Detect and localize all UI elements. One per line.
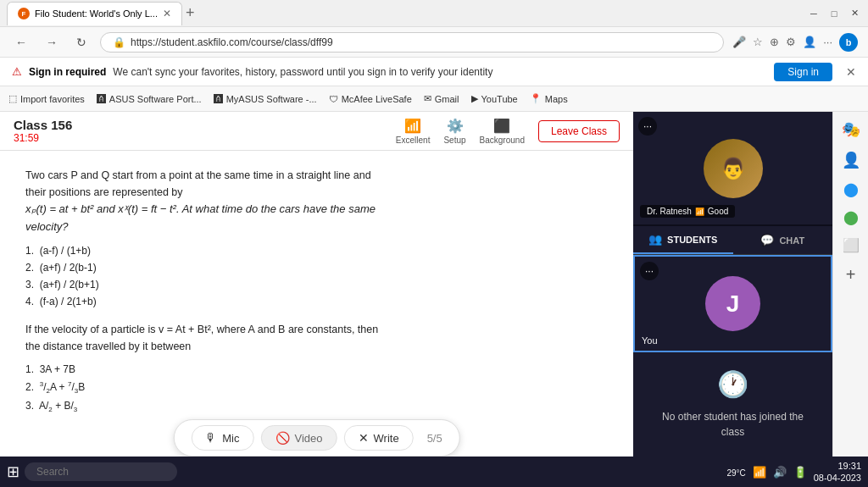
favorites-bar: ⬚ Import favorites 🅰 ASUS Software Port.… — [0, 86, 868, 112]
side-icon-1[interactable]: 🎭 — [842, 120, 860, 139]
side-icon-4[interactable]: ⬤ — [843, 209, 859, 225]
option1-3: 3. (a+f) / 2(b+1) — [25, 279, 379, 291]
chat-icon: 💬 — [760, 234, 774, 246]
write-icon: ✕ — [359, 431, 369, 445]
temp-label: 29°C — [726, 468, 745, 478]
back-button[interactable]: ← — [10, 34, 32, 51]
panel-tabs: 👥 STUDENTS 💬 CHAT — [633, 226, 832, 255]
taskbar-weather: 29°C — [726, 466, 745, 479]
add-icon[interactable]: + — [846, 265, 856, 285]
gmail-icon: ✉ — [424, 93, 431, 104]
fav-asus-label: ASUS Software Port... — [109, 94, 202, 104]
forward-button[interactable]: → — [41, 34, 63, 51]
edge-icon: b — [839, 33, 858, 52]
option1-1: 1. (a-f) / (1+b) — [25, 245, 379, 257]
taskbar-time: 19:31 08-04-2023 — [814, 460, 861, 484]
app-container: Class 156 31:59 📶 Excellent ⚙️ Setup ⬛ B… — [0, 112, 868, 457]
video-button[interactable]: 🚫 Video — [261, 425, 337, 451]
signin-required-label: Sign in required — [29, 66, 106, 78]
side-icon-5[interactable]: ⬜ — [843, 237, 860, 253]
time-display: 19:31 — [814, 460, 861, 472]
write-button[interactable]: ✕ Write — [344, 425, 414, 451]
fav-import[interactable]: ⬚ Import favorites — [8, 93, 85, 104]
url-text: https://student.askfilo.com/course/class… — [131, 36, 333, 48]
students-icon: 👥 — [648, 233, 662, 246]
student-avatar: J — [705, 276, 760, 331]
fav-maps[interactable]: 📍 Maps — [530, 93, 568, 104]
excellent-button[interactable]: 📶 Excellent — [396, 118, 431, 145]
fav-maps-label: Maps — [545, 94, 568, 104]
more-icon[interactable]: ··· — [823, 36, 832, 48]
restore-button[interactable]: □ — [827, 7, 841, 20]
students-tab-label: STUDENTS — [667, 235, 717, 245]
options2-list: 1. 3A + 7B 2. 3/2A + 7/3B 3. A/2 + B/3 4… — [25, 363, 379, 414]
taskbar-volume[interactable]: 🔊 — [773, 466, 787, 479]
leave-class-button[interactable]: Leave Class — [538, 120, 620, 142]
address-bar-icons: 🎤 ☆ ⊕ ⚙ 👤 ··· b — [732, 33, 858, 52]
active-tab[interactable]: F Filo Student: World's Only L... ✕ — [7, 2, 182, 25]
mic-label: Mic — [222, 432, 239, 445]
class-timer: 31:59 — [14, 132, 396, 144]
favorites-icon[interactable]: ☆ — [753, 36, 763, 48]
tab-bar: F Filo Student: World's Only L... ✕ + — [7, 2, 800, 25]
fav-import-label: Import favorites — [20, 94, 85, 104]
tab-favicon: F — [18, 8, 30, 19]
date-display: 08-04-2023 — [814, 472, 861, 484]
close-button[interactable]: ✕ — [848, 7, 861, 20]
fav-myasus[interactable]: 🅰 MyASUS Software -... — [214, 94, 317, 104]
url-bar[interactable]: 🔒 https://student.askfilo.com/course/cla… — [100, 32, 724, 53]
lock-icon: 🔒 — [113, 36, 125, 48]
taskbar-battery[interactable]: 🔋 — [793, 466, 807, 479]
header-actions: 📶 Excellent ⚙️ Setup ⬛ Background Leave … — [396, 118, 620, 145]
settings-icon[interactable]: ⚙ — [786, 36, 796, 48]
address-bar: ← → ↻ 🔒 https://student.askfilo.com/cour… — [0, 27, 868, 58]
teacher-avatar: 👨 — [704, 139, 763, 198]
side-icon-3[interactable]: ⬤ — [843, 181, 859, 197]
student-video: ··· J You — [633, 255, 832, 352]
page-indicator: 5/5 — [427, 432, 442, 445]
content-wrapper: Class 156 31:59 📶 Excellent ⚙️ Setup ⬛ B… — [0, 112, 633, 457]
tab-close-button[interactable]: ✕ — [163, 8, 171, 19]
signin-button[interactable]: Sign in — [774, 63, 832, 81]
start-button[interactable]: ⊞ — [7, 462, 19, 481]
equation-text: xₚ(t) = at + bt² and xᵡ(t) = ft − t². At… — [25, 202, 376, 233]
excellent-label: Excellent — [396, 136, 431, 145]
mic-icon: 🎙 — [205, 431, 217, 445]
fav-asus[interactable]: 🅰 ASUS Software Port... — [97, 94, 202, 104]
chat-tab-label: CHAT — [779, 235, 804, 246]
you-label: You — [642, 335, 658, 346]
math-content: Two cars P and Q start from a point at t… — [0, 154, 404, 414]
fav-youtube-label: YouTube — [481, 94, 518, 104]
student-more-button[interactable]: ··· — [640, 262, 659, 280]
minimize-button[interactable]: ─ — [807, 7, 821, 20]
voice-search-icon[interactable]: 🎤 — [732, 36, 746, 48]
taskbar-wifi[interactable]: 📶 — [753, 466, 766, 479]
no-student-text: No other student has joined the class — [650, 409, 815, 440]
taskbar: ⊞ 29°C 📶 🔊 🔋 19:31 08-04-2023 — [0, 457, 868, 487]
fav-youtube[interactable]: ▶ YouTube — [471, 93, 518, 104]
tab-chat[interactable]: 💬 CHAT — [733, 226, 833, 254]
fav-mcafee[interactable]: 🛡 McAfee LiveSafe — [329, 94, 412, 104]
import-icon: ⬚ — [8, 93, 17, 104]
youtube-icon: ▶ — [471, 93, 478, 104]
background-icon: ⬛ — [493, 118, 510, 134]
background-label: Background — [480, 136, 525, 145]
side-icon-2[interactable]: 👤 — [842, 151, 860, 169]
taskbar-search-input[interactable] — [25, 462, 177, 481]
asus-icon: 🅰 — [97, 94, 106, 104]
option1-2: 2. (a+f) / 2(b-1) — [25, 262, 379, 274]
profile-icon[interactable]: 👤 — [803, 36, 816, 48]
background-button[interactable]: ⬛ Background — [480, 118, 525, 145]
collections-icon[interactable]: ⊕ — [770, 36, 779, 48]
fav-gmail[interactable]: ✉ Gmail — [424, 93, 459, 104]
mic-button[interactable]: 🎙 Mic — [191, 425, 253, 451]
new-tab-button[interactable]: + — [186, 4, 195, 22]
options1-list: 1. (a-f) / (1+b) 2. (a+f) / 2(b-1) 3. (a… — [25, 245, 379, 307]
refresh-button[interactable]: ↻ — [71, 34, 92, 51]
wifi-icon: 📶 — [695, 208, 704, 216]
teacher-more-button[interactable]: ··· — [638, 117, 657, 136]
tab-students[interactable]: 👥 STUDENTS — [633, 226, 733, 254]
signin-message: We can't sync your favorites, history, p… — [113, 66, 492, 78]
signin-bar-close-button[interactable]: ✕ — [846, 65, 856, 79]
setup-button[interactable]: ⚙️ Setup — [443, 118, 465, 145]
